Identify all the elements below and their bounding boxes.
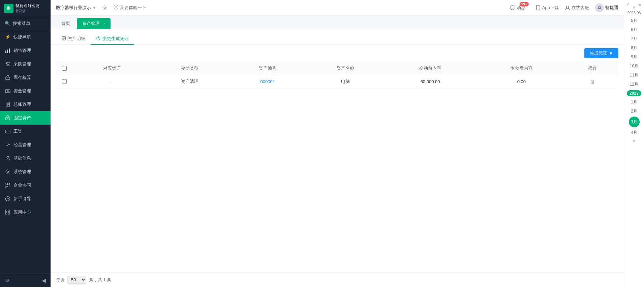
svg-rect-0: [5, 51, 6, 53]
month-7[interactable]: 7月: [627, 34, 642, 43]
sidebar-item-operations[interactable]: 经营管理: [0, 138, 51, 152]
main-area: 医疗器械行业演示 ▼ 我要体验一下 消息 99+ App下载: [51, 0, 624, 287]
close-panel-icon[interactable]: ✕: [638, 2, 642, 7]
sidebar-item-cooperation[interactable]: 企业协同: [0, 179, 51, 192]
month-9[interactable]: 9月: [627, 53, 642, 62]
quick-nav-icon: ⚡: [5, 34, 11, 40]
sidebar-item-fund[interactable]: 资金管理: [0, 84, 51, 98]
select-all-checkbox[interactable]: [62, 66, 67, 71]
svg-rect-22: [8, 210, 10, 212]
month-1[interactable]: 1月: [627, 98, 642, 107]
subtab-asset-detail[interactable]: 资产明细: [56, 33, 91, 45]
system-icon: [5, 169, 11, 175]
logo-sub: 普及版: [16, 9, 40, 13]
sidebar-item-guide[interactable]: ? 新手引导: [0, 192, 51, 205]
topbar-settings-button[interactable]: [100, 3, 110, 13]
topbar-left: 医疗器械行业演示 ▼ 我要体验一下: [56, 3, 146, 13]
per-page-select[interactable]: 10 20 50 100: [67, 276, 86, 284]
month-6[interactable]: 6月: [627, 25, 642, 34]
app-download-label: App下载: [542, 5, 559, 11]
sales-icon: [5, 47, 11, 54]
sidebar-item-ledger[interactable]: 总账管理: [0, 98, 51, 111]
message-button[interactable]: 消息 99+: [510, 5, 525, 11]
app-download-button[interactable]: App下载: [535, 5, 559, 11]
delete-icon[interactable]: 🗑: [590, 79, 595, 85]
ledger-icon: [5, 101, 11, 107]
sidebar-item-system[interactable]: 系统管理: [0, 165, 51, 179]
month-3-active[interactable]: 3月: [629, 117, 640, 127]
sidebar-item-fixed-assets[interactable]: 固定资产: [0, 111, 51, 125]
search-menu-button[interactable]: 🔍 搜索菜单: [0, 17, 51, 30]
month-11[interactable]: 11月: [627, 71, 642, 80]
td-before-change: 50,000.00: [385, 75, 476, 88]
svg-rect-14: [5, 130, 10, 133]
logo-icon: 财: [4, 4, 13, 13]
year-2023-label[interactable]: 2023: [627, 90, 641, 96]
subtab-change-voucher[interactable]: 变更生成凭证: [91, 33, 134, 45]
sidebar-item-app-center[interactable]: 应用中心: [0, 205, 51, 219]
row-checkbox[interactable]: [62, 79, 67, 84]
month-4[interactable]: 4月: [627, 128, 642, 137]
company-dropdown-icon[interactable]: ▼: [92, 5, 96, 10]
collapse-sidebar-icon[interactable]: ◀: [42, 277, 46, 284]
expand-icon[interactable]: ⤢: [626, 2, 630, 7]
sidebar-item-salary[interactable]: 工资: [0, 125, 51, 138]
sidebar-item-label: 应用中心: [13, 209, 31, 215]
tab-home[interactable]: 首页: [56, 18, 75, 29]
fund-icon: [5, 88, 11, 94]
sidebar-item-basic-info[interactable]: 基础信息: [0, 152, 51, 165]
svg-point-18: [7, 171, 9, 172]
sidebar: 财 畅捷通好业财 普及版 🔍 搜索菜单 ⚡ 快捷导航 销售管理 采购管理: [0, 0, 51, 287]
sidebar-item-inventory[interactable]: 库存核算: [0, 71, 51, 84]
th-voucher: 对应凭证: [73, 62, 151, 75]
th-action: 操作: [567, 62, 618, 75]
company-selector[interactable]: 医疗器械行业演示 ▼: [56, 5, 96, 11]
th-before-change: 变动前内容: [385, 62, 476, 75]
sidebar-item-label: 销售管理: [13, 47, 31, 54]
sidebar-item-label: 系统管理: [13, 169, 31, 175]
th-after-change: 变动后内容: [476, 62, 567, 75]
svg-rect-5: [6, 77, 10, 79]
table-row: -- 资产清理 000001 电脑 50,000.00 0.00 🗑: [56, 75, 618, 88]
td-after-change: 0.00: [476, 75, 567, 88]
tab-label: 资产管理: [82, 21, 100, 26]
settings-icon[interactable]: ⚙: [5, 277, 9, 284]
sidebar-item-sales[interactable]: 销售管理: [0, 44, 51, 57]
month-10[interactable]: 10月: [627, 62, 642, 71]
tab-asset-management[interactable]: 资产管理 ×: [77, 18, 111, 29]
month-12[interactable]: 12月: [627, 80, 642, 89]
sidebar-item-label: 总账管理: [13, 101, 31, 107]
customer-service-button[interactable]: 在线客服: [565, 5, 589, 11]
purchase-icon: [5, 61, 11, 67]
tab-close-icon[interactable]: ×: [103, 22, 105, 26]
sidebar-item-quick-nav[interactable]: ⚡ 快捷导航: [0, 30, 51, 44]
scroll-down-icon[interactable]: ▼: [632, 138, 637, 144]
subtab-asset-detail-label: 资产明细: [68, 36, 85, 42]
month-8[interactable]: 8月: [627, 43, 642, 53]
user-menu[interactable]: 畅捷通: [595, 3, 618, 12]
app-center-icon: [5, 209, 11, 215]
sidebar-item-label: 经营管理: [13, 142, 31, 148]
feedback-button[interactable]: 我要体验一下: [113, 4, 146, 11]
sidebar-item-label: 资金管理: [13, 88, 31, 94]
tab-home-label: 首页: [61, 21, 70, 26]
scroll-up-icon[interactable]: ▲: [632, 4, 637, 9]
topbar: 医疗器械行业演示 ▼ 我要体验一下 消息 99+ App下载: [51, 0, 624, 15]
user-name: 畅捷通: [605, 5, 618, 11]
operations-icon: [5, 142, 11, 148]
logo-text: 畅捷通好业财: [16, 3, 40, 9]
change-voucher-icon: [96, 36, 101, 42]
generate-voucher-dropdown-icon: ▼: [609, 51, 613, 56]
month-2[interactable]: 2月: [627, 107, 642, 116]
th-asset-code: 资产编号: [229, 62, 307, 75]
generate-voucher-button[interactable]: 生成凭证 ▼: [584, 48, 618, 58]
content-area: 资产明细 变更生成凭证 生成凭证 ▼: [51, 29, 624, 287]
sidebar-item-purchase[interactable]: 采购管理: [0, 57, 51, 71]
sidebar-item-label: 新手引导: [13, 196, 31, 202]
fixed-assets-icon: [5, 115, 11, 121]
sidebar-item-label: 固定资产: [13, 115, 31, 121]
sidebar-item-label: 快捷导航: [13, 34, 31, 40]
asset-detail-icon: [61, 36, 66, 42]
month-5[interactable]: 5月: [627, 16, 642, 25]
toolbar: 生成凭证 ▼: [51, 45, 624, 62]
